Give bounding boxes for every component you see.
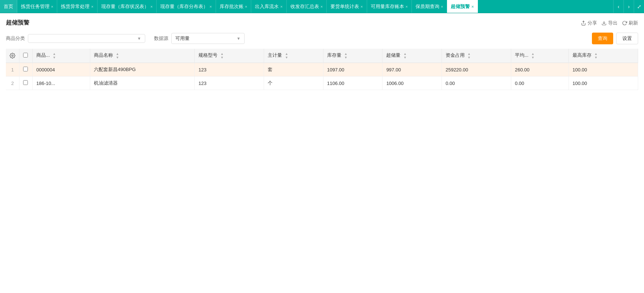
avg-price: 260.00 — [511, 63, 568, 77]
column-capital-usage[interactable]: 资金占用 ▲▼ — [442, 49, 511, 63]
table-header: 商品... ▲▼ 商品名称 ▲▼ 规格型号 ▲▼ 主计量 ▲▼ 库存量 ▲▼ — [6, 49, 638, 63]
overstock-qty: 997.00 — [383, 63, 442, 77]
nav-tab-close-quality-check[interactable]: × — [441, 4, 443, 9]
nav-tab-label-in-out-flow: 出入库流水 — [255, 3, 279, 10]
column-spec-model[interactable]: 规格型号 ▲▼ — [195, 49, 264, 63]
nav-tab-label-order-stats: 要货单统计表 — [330, 3, 359, 10]
nav-tab-overstock-warning[interactable]: 超储预警× — [447, 0, 477, 13]
page-content: 超储预警 分享 导出 刷新 商品分类 ▼ 数据源 — [0, 13, 644, 293]
column-product-name[interactable]: 商品名称 ▲▼ — [90, 49, 195, 63]
column-unit[interactable]: 主计量 ▲▼ — [264, 49, 323, 63]
column-stock-qty[interactable]: 库存量 ▲▼ — [323, 49, 383, 63]
unit: 个 — [264, 77, 323, 90]
nav-tab-label-stock-batch: 库存批次账 — [220, 3, 244, 10]
data-table: 商品... ▲▼ 商品名称 ▲▼ 规格型号 ▲▼ 主计量 ▲▼ 库存量 ▲▼ — [6, 49, 638, 90]
row-num: 1 — [6, 63, 19, 77]
table-row: 2186-10...机油滤清器123个1106.001006.000.000.0… — [6, 77, 638, 90]
nav-prev-button[interactable]: ‹ — [613, 0, 623, 13]
refresh-icon — [622, 21, 627, 26]
nav-tab-label-abnormal: 拣货异常处理 — [61, 3, 89, 10]
share-button[interactable]: 分享 — [581, 20, 597, 26]
nav-tab-close-overstock-warning[interactable]: × — [471, 4, 473, 9]
nav-tab-usable-stock[interactable]: 可用量库存账本× — [367, 0, 412, 13]
sort-avg-icon: ▲▼ — [531, 52, 534, 59]
sort-overstock-icon: ▲▼ — [403, 52, 407, 59]
gear-icon — [10, 53, 15, 59]
nav-tab-in-out-flow[interactable]: 出入库流水× — [251, 0, 286, 13]
row-checkbox[interactable] — [19, 63, 33, 77]
nav-tab-label-quality-check: 保质期查询 — [416, 3, 439, 10]
row-checkbox-input[interactable] — [23, 67, 28, 71]
table-body: 10000004六配套新昌490BPG123套1097.00997.002592… — [6, 63, 638, 90]
nav-tab-close-task-mgmt[interactable]: × — [51, 4, 53, 9]
nav-tab-label-overstock-warning: 超储预警 — [451, 3, 470, 10]
nav-tab-close-in-out-flow[interactable]: × — [280, 4, 282, 9]
page-header: 超储预警 分享 导出 刷新 — [6, 19, 638, 27]
avg-price: 0.00 — [511, 77, 568, 90]
nav-tab-collect-summary[interactable]: 收发存汇总表× — [287, 0, 327, 13]
query-button[interactable]: 查询 — [592, 33, 613, 44]
page-title: 超储预警 — [6, 19, 29, 27]
category-select[interactable]: ▼ — [28, 34, 145, 43]
max-stock: 100.00 — [568, 77, 638, 90]
sort-product-code-icon: ▲▼ — [52, 52, 56, 59]
datasource-value: 可用量 — [175, 35, 190, 42]
column-gear[interactable] — [6, 49, 19, 63]
nav-tab-task-mgmt[interactable]: 拣货任务管理× — [17, 0, 57, 13]
column-select-all[interactable] — [19, 49, 33, 63]
nav-tab-abnormal[interactable]: 拣货异常处理× — [57, 0, 97, 13]
nav-tab-label-stock-status: 现存量（库存状况表） — [101, 3, 149, 10]
spec-model: 123 — [195, 63, 264, 77]
spec-model: 123 — [195, 77, 264, 90]
nav-tab-stock-batch[interactable]: 库存批次账× — [216, 0, 251, 13]
settings-button[interactable]: 设置 — [616, 33, 638, 44]
nav-tab-order-stats[interactable]: 要货单统计表× — [327, 0, 367, 13]
header-actions: 分享 导出 刷新 — [581, 20, 638, 26]
product-code: 0000004 — [33, 63, 90, 77]
filter-row: 商品分类 ▼ 数据源 可用量 ▼ 查询 设置 — [6, 33, 638, 44]
nav-tab-quality-check[interactable]: 保质期查询× — [412, 0, 447, 13]
datasource-select[interactable]: 可用量 ▼ — [171, 33, 245, 44]
category-filter: 商品分类 ▼ — [6, 34, 145, 43]
nav-tab-stock-status[interactable]: 现存量（库存状况表）× — [98, 0, 157, 13]
sort-max-stock-icon: ▲▼ — [594, 52, 598, 59]
export-button[interactable]: 导出 — [601, 20, 618, 26]
sort-capital-icon: ▲▼ — [468, 52, 471, 59]
nav-tab-home[interactable]: 首页 — [0, 0, 17, 13]
nav-tab-label-home: 首页 — [4, 3, 13, 10]
stock-qty: 1097.00 — [323, 63, 383, 77]
nav-tab-close-abnormal[interactable]: × — [91, 4, 93, 9]
datasource-chevron-icon: ▼ — [237, 36, 241, 41]
nav-tab-label-usable-stock: 可用量库存账本 — [371, 3, 404, 10]
share-icon — [581, 21, 586, 26]
nav-expand-button[interactable]: ⤢ — [634, 0, 644, 13]
datasource-filter: 数据源 可用量 ▼ — [154, 33, 245, 44]
nav-tab-close-collect-summary[interactable]: × — [321, 4, 323, 9]
nav-arrows: ‹ › ⤢ — [613, 0, 644, 13]
nav-tab-close-stock-batch[interactable]: × — [245, 4, 247, 9]
select-all-checkbox[interactable] — [23, 53, 28, 58]
sort-stock-qty-icon: ▲▼ — [344, 52, 347, 59]
export-icon — [601, 21, 607, 26]
nav-tab-close-stock-dist[interactable]: × — [209, 4, 212, 9]
category-label: 商品分类 — [6, 35, 25, 42]
column-max-stock[interactable]: 最高库存 ▲▼ — [568, 49, 638, 63]
row-checkbox-input[interactable] — [23, 80, 28, 85]
nav-tab-close-order-stats[interactable]: × — [361, 4, 363, 9]
product-code: 186-10... — [33, 77, 90, 90]
row-checkbox[interactable] — [19, 77, 33, 90]
nav-tab-close-usable-stock[interactable]: × — [406, 4, 408, 9]
top-navigation: 首页拣货任务管理×拣货异常处理×现存量（库存状况表）×现存量（库存分布表）×库存… — [0, 0, 644, 13]
stock-qty: 1106.00 — [323, 77, 383, 90]
refresh-button[interactable]: 刷新 — [622, 20, 638, 26]
max-stock: 100.00 — [568, 63, 638, 77]
nav-next-button[interactable]: › — [623, 0, 634, 13]
column-product-code[interactable]: 商品... ▲▼ — [33, 49, 90, 63]
datasource-label: 数据源 — [154, 35, 168, 42]
category-chevron-icon: ▼ — [137, 36, 141, 41]
column-avg-price[interactable]: 平均... ▲▼ — [511, 49, 568, 63]
nav-tab-stock-dist[interactable]: 现存量（库存分布表）× — [157, 0, 216, 13]
nav-tab-label-task-mgmt: 拣货任务管理 — [21, 3, 50, 10]
column-overstock-qty[interactable]: 超储量 ▲▼ — [383, 49, 442, 63]
nav-tab-close-stock-status[interactable]: × — [150, 4, 153, 9]
